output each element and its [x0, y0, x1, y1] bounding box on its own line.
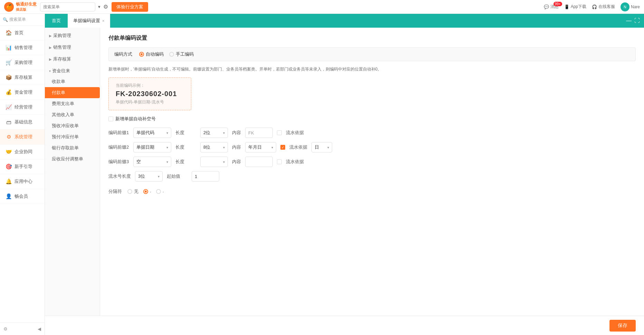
- form-section: 编码前缀1 单据代码 ▾ 长度 2位 ▾ 内容 FK 流水依据: [108, 128, 636, 195]
- bottom-collapse-icon[interactable]: ◀: [38, 326, 41, 332]
- sidebar-item-sales[interactable]: 📊 销售管理: [0, 40, 45, 55]
- sidebar-item-home[interactable]: 🏠 首页: [0, 26, 45, 40]
- serial-length-label: 流水号长度: [108, 173, 131, 179]
- sub-group-sales-title[interactable]: ▶ 销售管理: [45, 42, 100, 53]
- top-bar-right: 💬 消息 99+ 📱 App下载 🎧 在线客服 N Nare: [544, 2, 640, 11]
- serial-row: 流水号长度 3位 ▾ 起始值 1: [108, 171, 636, 182]
- length1-dropdown-icon: ▾: [223, 131, 225, 135]
- brand-name: 畅通好生意: [16, 1, 37, 7]
- form-row-3-watermark-check[interactable]: [277, 159, 282, 164]
- sidebar-item-inventory[interactable]: 📦 库存核算: [0, 70, 45, 85]
- sidebar-item-member[interactable]: 👤 畅会员: [0, 189, 45, 204]
- form-row-3-content-label: 内容: [232, 159, 241, 165]
- separator-label: 分隔符: [108, 188, 122, 195]
- sub-item-adjust[interactable]: 应收应付调整单: [45, 153, 100, 165]
- save-button[interactable]: 保存: [609, 320, 636, 332]
- form-row-2-period-select[interactable]: 日 ▾: [311, 142, 332, 152]
- form-row-1: 编码前缀1 单据代码 ▾ 长度 2位 ▾ 内容 FK 流水依据: [108, 128, 636, 138]
- sub-item-expense[interactable]: 费用支出单: [45, 98, 100, 109]
- sidebar-bottom: ⚙ ◀: [0, 323, 45, 335]
- form-row-2-watermark-check[interactable]: [280, 145, 285, 150]
- bottom-gear-icon[interactable]: ⚙: [3, 326, 8, 332]
- dropdown-arrow-icon[interactable]: ▾: [98, 4, 100, 9]
- example-code: FK-20230602-001: [116, 90, 184, 98]
- separator-row: 分隔符 无 · ·: [108, 188, 636, 195]
- tab-close-button[interactable]: ×: [102, 19, 104, 23]
- search-input[interactable]: [40, 2, 95, 11]
- app-download-link[interactable]: 📱 App下载: [564, 4, 586, 10]
- tab-home[interactable]: 首页: [45, 14, 68, 28]
- radio-manual[interactable]: 手工编码: [169, 51, 194, 57]
- app-icon: 📱: [564, 4, 569, 9]
- sales-icon: 📊: [6, 45, 12, 51]
- user-info[interactable]: N Nare: [621, 2, 640, 11]
- prefix2-dropdown-icon: ▾: [166, 146, 168, 149]
- form-row-1-watermark-check[interactable]: [277, 130, 282, 135]
- tab-bar-minimize-icon[interactable]: —: [626, 18, 632, 24]
- sidebar-item-operations[interactable]: 📈 经营管理: [0, 100, 45, 115]
- sub-item-prepay-offset[interactable]: 预收冲应收单: [45, 120, 100, 131]
- bottom-bar: 保存: [45, 316, 644, 335]
- form-row-3-watermark-label: 流水依据: [286, 159, 304, 165]
- radio-auto-circle: [139, 52, 144, 57]
- guide-icon: 🎯: [6, 164, 12, 170]
- sub-group-inventory: ▶ 库存核算: [45, 54, 100, 64]
- sub-item-bank[interactable]: 银行存取款单: [45, 142, 100, 153]
- online-service-link[interactable]: 🎧 在线客服: [592, 4, 615, 10]
- sep-option-dot[interactable]: ·: [143, 189, 151, 194]
- form-row-2-content-select[interactable]: 年月日 ▾: [245, 142, 276, 152]
- sidebar-item-finance[interactable]: 💰 资金管理: [0, 85, 45, 100]
- sub-item-payment[interactable]: 付款单: [45, 87, 100, 98]
- serial-length-select[interactable]: 3位 ▾: [135, 171, 163, 182]
- serial-length-dropdown-icon: ▾: [158, 175, 160, 178]
- sub-group-sales: ▶ 销售管理: [45, 42, 100, 53]
- form-row-3-content-value: [245, 157, 273, 167]
- settings-icon[interactable]: ⚙: [103, 3, 108, 10]
- sep-option-dot2[interactable]: ·: [156, 189, 164, 194]
- sidebar-item-basic[interactable]: 🗃 基础信息: [0, 115, 45, 130]
- sidebar-item-system[interactable]: ⚙ 系统管理: [0, 130, 45, 145]
- form-row-1-length-select[interactable]: 2位 ▾: [200, 128, 228, 138]
- sep-option-none[interactable]: 无: [127, 188, 138, 195]
- tab-active-item[interactable]: 单据编码设置 ×: [68, 14, 110, 28]
- sub-item-advance-offset[interactable]: 预付冲应付单: [45, 131, 100, 142]
- sep-dot-radio: [143, 189, 148, 194]
- form-row-1-prefix-select[interactable]: 单据代码 ▾: [133, 128, 171, 138]
- form-row-2-length-select[interactable]: 8位 ▾: [200, 142, 228, 152]
- sub-group-purchase-title[interactable]: ▶ 采购管理: [45, 30, 100, 41]
- sub-group-purchase: ▶ 采购管理: [45, 30, 100, 41]
- form-row-3-length-select[interactable]: ▾: [200, 157, 228, 167]
- form-row-2-prefix-select[interactable]: 单据日期 ▾: [133, 142, 171, 152]
- auto-fill-checkbox[interactable]: [108, 117, 113, 121]
- sub-group-inventory-title[interactable]: ▶ 库存核算: [45, 54, 100, 64]
- sub-item-receipt[interactable]: 收款单: [45, 76, 100, 87]
- tab-bar-right: — ⛶: [626, 18, 644, 24]
- sub-item-other-income[interactable]: 其他收入单: [45, 109, 100, 120]
- experience-button[interactable]: 体验行业方案: [112, 2, 148, 12]
- sub-group-sales-arrow: ▶: [49, 46, 52, 49]
- basic-icon: 🗃: [6, 119, 12, 125]
- sidebar-item-apps[interactable]: 🔔 应用中心: [0, 174, 45, 189]
- radio-manual-circle: [169, 52, 174, 57]
- form-row-3-prefix-select[interactable]: 空 ▾: [133, 157, 171, 167]
- main-content: 付款单编码设置 编码方式 自动编码 手工编码: [100, 28, 644, 316]
- content-area: 首页 单据编码设置 × — ⛶ ▶ 采购管理: [45, 14, 644, 335]
- example-desc: 单据代码-单据日期-流水号: [116, 99, 184, 105]
- serial-start-value[interactable]: 1: [192, 171, 219, 182]
- message-badge[interactable]: 💬 消息 99+: [544, 4, 559, 10]
- prefix1-dropdown-icon: ▾: [166, 131, 168, 135]
- radio-auto[interactable]: 自动编码: [139, 51, 164, 57]
- sidebar-item-purchase[interactable]: 🛒 采购管理: [0, 55, 45, 70]
- home-icon: 🏠: [6, 30, 12, 36]
- sub-group-inventory-arrow: ▶: [49, 57, 52, 61]
- tab-bar-expand-icon[interactable]: ⛶: [634, 18, 640, 24]
- sub-group-funds-title[interactable]: ▾ 资金往来: [45, 66, 100, 76]
- encoding-method-row: 编码方式 自动编码 手工编码: [108, 47, 636, 61]
- sub-sidebar: ▶ 采购管理 ▶ 销售管理 ▶ 库存核算: [45, 28, 100, 316]
- search-menu[interactable]: 🔍 搜索菜单: [0, 14, 45, 26]
- sidebar: 🔍 搜索菜单 🏠 首页 📊 销售管理 🛒 采购管理 📦 库存核算 💰 资金管理 …: [0, 14, 45, 335]
- sidebar-item-enterprise[interactable]: 🤝 企业协同: [0, 145, 45, 159]
- sidebar-item-guide[interactable]: 🎯 新手引导: [0, 159, 45, 174]
- page-title: 付款单编码设置: [108, 35, 636, 42]
- operations-icon: 📈: [6, 104, 12, 110]
